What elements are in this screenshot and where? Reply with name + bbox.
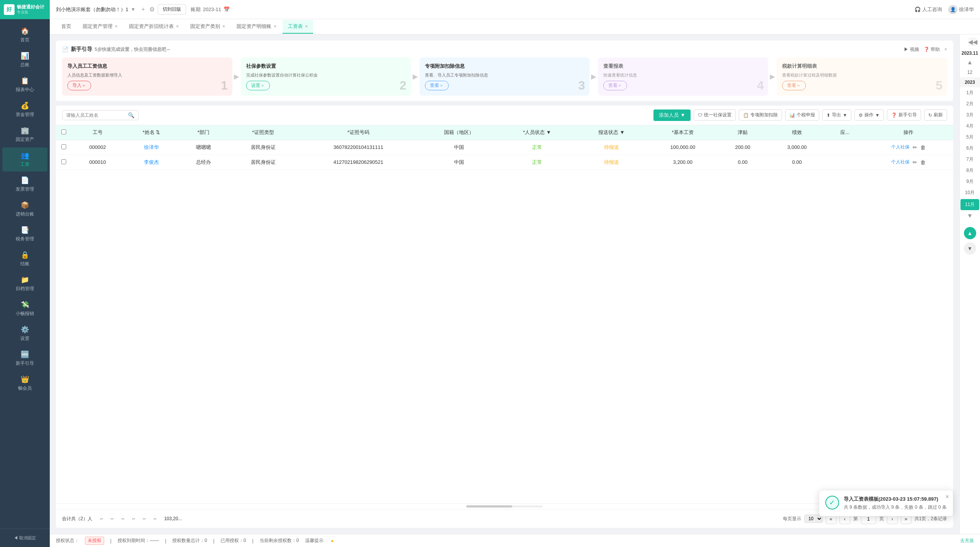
row-0-checkbox-cell[interactable] [56, 140, 71, 155]
side-action-icon-2[interactable]: ▼ [964, 242, 976, 255]
tab-fixed-detail[interactable]: 固定资产明细账 × [231, 20, 282, 34]
row-1-delete-icon[interactable]: 🗑 [920, 159, 926, 165]
sidebar-item-tax[interactable]: 📑 税务管理 [2, 222, 47, 246]
per-page-label: 每页显示 [783, 516, 801, 522]
deduction-icon: 📋 [743, 113, 749, 118]
special-deduction-btn[interactable]: 📋 专项附加扣除 [739, 109, 782, 121]
row-0-id: 000002 [71, 140, 124, 155]
month-9[interactable]: 9月 [960, 176, 980, 187]
sidebar-item-funds[interactable]: 💰 资金管理 [2, 98, 47, 122]
row-1-name[interactable]: 李俊杰 [124, 155, 179, 170]
recharge-btn[interactable]: 去充值 [960, 537, 974, 544]
row-0-name[interactable]: 徐泽华 [124, 140, 179, 155]
sidebar-item-archive[interactable]: 📁 归档管理 [2, 272, 47, 296]
calendar-icon[interactable]: 📅 [224, 7, 230, 12]
sidebar-item-close[interactable]: 🔒 结账 [2, 247, 47, 271]
col-header-name[interactable]: *姓名 ⇅ [124, 125, 179, 140]
calendar-down-btn[interactable]: ▼ [967, 212, 973, 219]
close-tab-fixed-assets[interactable]: × [115, 24, 118, 29]
guide-step-1-btn[interactable]: 导入＞ [67, 81, 91, 90]
user-profile-btn[interactable]: 👤 徐泽华 [948, 5, 974, 14]
row-1-checkbox[interactable] [61, 159, 66, 164]
sidebar-item-home[interactable]: 🏠 首页 [2, 23, 47, 47]
side-action-icon-1[interactable]: ▲ [964, 227, 976, 239]
sidebar-item-invoices[interactable]: 📄 发票管理 [2, 172, 47, 196]
sidebar-item-new-guide[interactable]: 🆕 新手引导 [2, 346, 47, 371]
month-2[interactable]: 2月 [960, 98, 980, 109]
close-tab-salary[interactable]: × [305, 24, 308, 29]
month-6[interactable]: 6月 [960, 143, 980, 154]
guide-step-5-btn[interactable]: 查看＞ [782, 81, 806, 90]
scrollbar-thumb[interactable] [466, 505, 512, 508]
tab-home[interactable]: 首页 [56, 20, 77, 34]
refresh-btn[interactable]: ↻ 刷新 [924, 109, 947, 121]
sidebar-item-in-out[interactable]: 📦 进销台账 [2, 197, 47, 221]
employee-link-1[interactable]: 李俊杰 [144, 159, 159, 165]
month-5[interactable]: 5月 [960, 132, 980, 143]
month-3[interactable]: 3月 [960, 109, 980, 121]
month-11-current[interactable]: 11月 [960, 199, 979, 210]
close-tab-fixed-category[interactable]: × [222, 24, 225, 29]
select-all-checkbox[interactable] [61, 129, 66, 134]
account-dropdown-icon[interactable]: ▼ [131, 7, 136, 12]
month-8[interactable]: 8月 [960, 165, 980, 176]
close-tab-fixed-detail[interactable]: × [274, 24, 276, 29]
guide-btn[interactable]: ❓ 新手引导 [887, 109, 921, 121]
row-1-edit-icon[interactable]: ✏ [913, 159, 917, 165]
tab-fixed-assets[interactable]: 固定资产管理 × [77, 20, 123, 34]
sidebar-item-member[interactable]: 👑 畅会员 [2, 371, 47, 395]
close-tab-fixed-depreciation[interactable]: × [176, 24, 179, 29]
social-insurance-btn[interactable]: 🛡 统一社保设置 [694, 109, 736, 121]
sidebar-item-settings[interactable]: ⚙️ 设置 [2, 322, 47, 346]
sidebar-item-expense[interactable]: 💸 小畅报销 [2, 297, 47, 321]
sidebar-item-salary[interactable]: 👥 工资 [2, 147, 47, 171]
personal-tax-btn[interactable]: 📊 个税申报 [785, 109, 819, 121]
help-icon: ❓ [924, 47, 929, 52]
select-all-header[interactable] [56, 125, 71, 140]
tab-fixed-category[interactable]: 固定资产类别 × [185, 20, 230, 34]
month-10[interactable]: 10月 [960, 187, 980, 198]
search-input[interactable] [66, 113, 126, 118]
collapse-panel-btn[interactable]: ◀◀ [969, 38, 977, 46]
add-dropdown-icon: ▼ [680, 112, 685, 118]
video-link[interactable]: ▶ 视频 [904, 46, 919, 53]
ai-consult-btn[interactable]: 🎧 人工咨询 [915, 6, 942, 13]
switch-version-btn[interactable]: 切到旧版 [158, 4, 186, 15]
sidebar-item-ledger[interactable]: 📊 总账 [2, 48, 47, 72]
cancel-fixed-btn[interactable]: ◀ 取消固定 [4, 533, 46, 543]
add-person-btn[interactable]: 添加人员 ▼ [653, 109, 691, 121]
tab-fixed-depreciation[interactable]: 固定资产折旧统计表 × [124, 20, 184, 34]
export-btn[interactable]: ⬆ 导出 ▼ [822, 109, 851, 121]
month-7[interactable]: 7月 [960, 154, 980, 165]
toast-close-btn[interactable]: × [946, 493, 949, 500]
guide-step-4-btn[interactable]: 查看＞ [603, 81, 627, 90]
col-header-submit-status[interactable]: 报送状态 ▼ [575, 125, 648, 140]
search-input-wrap[interactable]: 🔍 [62, 110, 139, 120]
add-account-icon[interactable]: ＋ [140, 5, 146, 13]
archive-icon: 📁 [21, 276, 29, 284]
row-0-delete-icon[interactable]: 🗑 [920, 144, 926, 150]
help-link[interactable]: ❓ 帮助 [924, 46, 940, 53]
row-1-checkbox-cell[interactable] [56, 155, 71, 170]
month-4[interactable]: 4月 [960, 121, 980, 132]
operation-btn[interactable]: ⚙ 操作 ▼ [854, 109, 884, 121]
row-0-action-link[interactable]: 个人社保 [891, 144, 910, 150]
calendar-up-btn[interactable]: ▲ [967, 59, 973, 66]
col-header-id-number: *证照号码 [298, 125, 419, 140]
sidebar-item-reports[interactable]: 📋 报表中心 [2, 73, 47, 97]
month-12-prev[interactable]: 12 [960, 67, 980, 77]
settings-gear-icon[interactable]: ⚙ [149, 6, 155, 13]
row-0-edit-icon[interactable]: ✏ [913, 144, 917, 150]
month-1[interactable]: 1月 [960, 87, 980, 98]
employee-link-0[interactable]: 徐泽华 [144, 144, 159, 150]
guide-step-3-btn[interactable]: 查看＞ [425, 81, 449, 90]
sidebar-item-fixed-assets[interactable]: 🏢 固定资产 [2, 122, 47, 147]
row-1-action-link[interactable]: 个人社保 [891, 159, 910, 165]
guide-step-2-btn[interactable]: 设置＞ [246, 81, 270, 90]
period-selector[interactable]: 账期 2023-11 📅 [191, 6, 230, 13]
close-guide-btn[interactable]: × [944, 47, 947, 52]
tab-salary[interactable]: 工资表 × [283, 20, 313, 34]
col-header-status[interactable]: *人员状态 ▼ [499, 125, 575, 140]
account-selector[interactable]: 刘小艳演示账套（勿删勿动！）1 ▼ [56, 6, 136, 13]
row-0-checkbox[interactable] [61, 144, 66, 149]
